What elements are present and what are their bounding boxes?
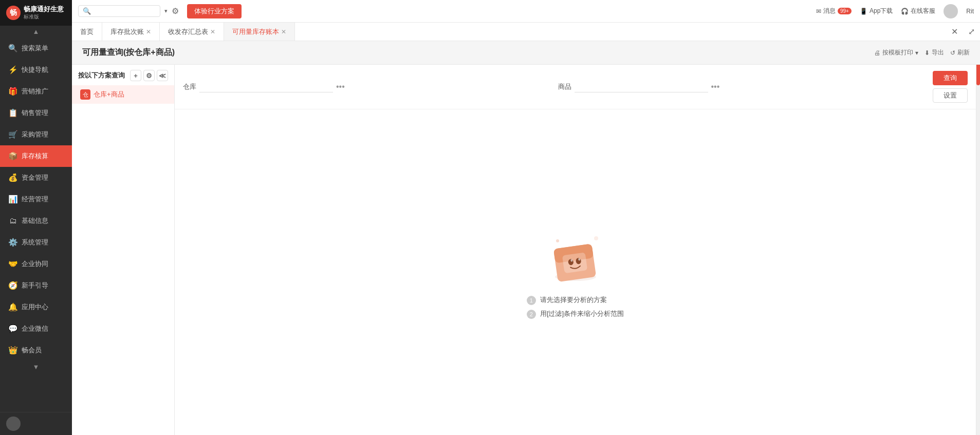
scrollbar[interactable] — [976, 65, 980, 435]
message-btn[interactable]: ✉ 消息 99+ — [816, 7, 852, 15]
empty-hint-1: 1 请先选择要分析的方案 — [527, 295, 624, 305]
template-print-btn[interactable]: 🖨 按模板打印 ▾ — [874, 48, 918, 57]
goods-field: 商品 ••• — [558, 81, 925, 92]
refresh-btn[interactable]: ↺ 刷新 — [950, 48, 970, 57]
sidebar-header: 畅 畅康通好生意 标准版 — [0, 0, 72, 26]
warehouse-field: 仓库 ••• — [183, 81, 550, 92]
scrollbar-thumb[interactable] — [976, 65, 980, 85]
topbar-search-box[interactable]: 🔍 — [78, 5, 160, 17]
svg-rect-3 — [562, 252, 587, 273]
tab-label-home: 首页 — [80, 27, 94, 36]
sidebar-item-app-center[interactable]: 🔔 应用中心 — [0, 296, 72, 318]
search-icon: 🔍 — [83, 7, 91, 15]
collapse-scheme-btn[interactable]: ≪ — [157, 70, 168, 81]
scroll-down-btn[interactable]: ▼ — [0, 361, 72, 373]
sidebar-logo: 畅 畅康通好生意 标准版 — [6, 5, 66, 21]
sidebar-icon-inventory: 📦 — [8, 152, 17, 161]
tab-close-receipt-summary[interactable]: ✕ — [210, 28, 215, 35]
sidebar-label-inventory: 库存核算 — [22, 152, 48, 161]
sidebar-label-app-center: 应用中心 — [22, 302, 48, 312]
sidebar-label-sales: 销售管理 — [22, 108, 48, 118]
search-button[interactable]: 查询 — [933, 71, 968, 85]
sidebar-item-search[interactable]: 🔍 搜索菜单 — [0, 37, 72, 59]
industry-solution-button[interactable]: 体验行业方案 — [187, 4, 242, 18]
sidebar-icon-sales: 📋 — [8, 108, 17, 118]
tab-close-available-ledger[interactable]: ✕ — [281, 28, 286, 35]
goods-dots-btn[interactable]: ••• — [711, 83, 720, 91]
sidebar-item-wechat[interactable]: 💬 企业微信 — [0, 318, 72, 339]
topbar: 🔍 ▾ ⚙ 体验行业方案 ✉ 消息 99+ 📱 App下载 🎧 在线客服 Rit — [72, 0, 980, 23]
sidebar-footer — [0, 412, 72, 435]
sidebar-item-enterprise[interactable]: 🤝 企业协同 — [0, 253, 72, 275]
sidebar-label-purchase: 采购管理 — [22, 130, 48, 139]
sidebar-item-sales[interactable]: 📋 销售管理 — [0, 102, 72, 124]
app-download-btn[interactable]: 📱 App下载 — [860, 7, 893, 15]
user-name: Rit — [966, 8, 974, 15]
empty-hints: 1 请先选择要分析的方案 2 用[过滤]条件来缩小分析范围 — [527, 295, 624, 319]
close-tab-button[interactable]: ✕ — [946, 27, 963, 36]
warehouse-input[interactable] — [199, 81, 333, 92]
phone-icon: 📱 — [860, 8, 867, 15]
query-filter-row: 仓库 ••• 商品 ••• 查询 设置 — [175, 65, 976, 109]
sidebar-item-quick-nav[interactable]: ⚡ 快捷导航 — [0, 59, 72, 81]
tab-batch-account[interactable]: 库存批次账✕ — [102, 23, 160, 41]
sidebar-label-member: 畅会员 — [22, 346, 42, 355]
tab-close-batch-account[interactable]: ✕ — [146, 28, 151, 35]
topbar-right: ✉ 消息 99+ 📱 App下载 🎧 在线客服 Rit — [816, 4, 974, 18]
goods-input[interactable] — [575, 81, 708, 92]
content-area: 按以下方案查询 + ⚙ ≪ 仓 仓库+商品 仓库 ••• — [72, 65, 980, 435]
filter-item-warehouse-goods[interactable]: 仓 仓库+商品 — [72, 85, 174, 104]
sidebar-icon-app-center: 🔔 — [8, 302, 17, 312]
logo-text: 畅康通好生意 标准版 — [24, 5, 64, 21]
sidebar-icon-enterprise: 🤝 — [8, 259, 17, 269]
query-result-panel: 仓库 ••• 商品 ••• 查询 设置 — [175, 65, 976, 435]
sidebar-item-basic-info[interactable]: 🗂 基础信息 — [0, 210, 72, 232]
sidebar-label-finance: 资金管理 — [22, 173, 48, 182]
sidebar-label-operations: 经营管理 — [22, 195, 48, 204]
add-scheme-btn[interactable]: + — [130, 70, 141, 81]
search-input[interactable] — [93, 8, 155, 15]
dropdown-arrow-icon: ▾ — [915, 49, 918, 56]
sidebar-item-guide[interactable]: 🧭 新手引导 — [0, 275, 72, 296]
sidebar-label-wechat: 企业微信 — [22, 324, 48, 333]
export-btn[interactable]: ⬇ 导出 — [924, 48, 944, 57]
sidebar-icon-quick-nav: ⚡ — [8, 65, 17, 74]
sidebar-item-system[interactable]: ⚙️ 系统管理 — [0, 232, 72, 253]
online-service-btn[interactable]: 🎧 在线客服 — [901, 7, 935, 15]
svg-point-10 — [594, 236, 598, 240]
settings-scheme-btn[interactable]: ⚙ — [143, 70, 155, 81]
message-icon: ✉ — [816, 8, 821, 15]
sidebar-nav: ▲ 🔍 搜索菜单 ⚡ 快捷导航 🎁 营销推广 📋 销售管理 🛒 采购管理 📦 库… — [0, 26, 72, 412]
tab-receipt-summary[interactable]: 收发存汇总表✕ — [160, 23, 224, 41]
tab-available-ledger[interactable]: 可用量库存账本✕ — [224, 23, 295, 41]
sidebar-item-member[interactable]: 👑 畅会员 — [0, 339, 72, 361]
sidebar-label-system: 系统管理 — [22, 238, 48, 247]
topbar-dropdown-icon[interactable]: ▾ — [164, 8, 168, 14]
filter-scheme-panel: 按以下方案查询 + ⚙ ≪ 仓 仓库+商品 — [72, 65, 175, 435]
empty-state: 1 请先选择要分析的方案 2 用[过滤]条件来缩小分析范围 — [175, 109, 976, 435]
sidebar-item-finance[interactable]: 💰 资金管理 — [0, 167, 72, 188]
tab-home[interactable]: 首页 — [72, 23, 102, 41]
settings-button[interactable]: 设置 — [933, 88, 968, 103]
filter-header-actions: + ⚙ ≪ — [130, 70, 168, 81]
query-buttons: 查询 设置 — [933, 71, 968, 103]
sidebar-item-operations[interactable]: 📊 经营管理 — [0, 188, 72, 210]
empty-icon — [545, 225, 606, 287]
warehouse-dots-btn[interactable]: ••• — [336, 83, 345, 91]
topbar-settings-icon[interactable]: ⚙ — [172, 6, 179, 16]
tab-label-receipt-summary: 收发存汇总表 — [168, 27, 208, 36]
headset-icon: 🎧 — [901, 8, 909, 15]
tab-bar: 首页库存批次账✕收发存汇总表✕可用量库存账本✕ ✕ ⤢ — [72, 23, 980, 41]
sidebar-item-inventory[interactable]: 📦 库存核算 — [0, 145, 72, 167]
refresh-icon: ↺ — [950, 49, 955, 56]
page-header: 可用量查询(按仓库+商品) 🖨 按模板打印 ▾ ⬇ 导出 ↺ 刷新 — [72, 41, 980, 65]
maximize-button[interactable]: ⤢ — [963, 27, 980, 36]
sidebar-item-marketing[interactable]: 🎁 营销推广 — [0, 81, 72, 102]
scroll-up-btn[interactable]: ▲ — [0, 26, 72, 37]
sidebar-item-purchase[interactable]: 🛒 采购管理 — [0, 124, 72, 145]
sidebar-icon-system: ⚙️ — [8, 238, 17, 247]
sidebar-icon-finance: 💰 — [8, 173, 17, 182]
logo-icon: 畅 — [6, 6, 21, 20]
user-avatar[interactable] — [944, 4, 958, 18]
tab-label-batch-account: 库存批次账 — [110, 27, 144, 36]
